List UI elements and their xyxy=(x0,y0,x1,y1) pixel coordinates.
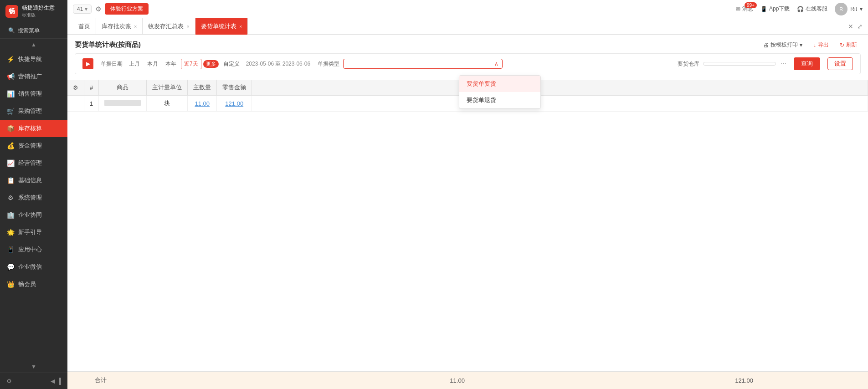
user-chevron-icon: ▾ xyxy=(860,6,863,12)
sidebar-item-guide[interactable]: 🌟 新手引导 xyxy=(0,224,67,241)
system-icon: ⚙ xyxy=(6,194,15,201)
sidebar-item-label: 基础信息 xyxy=(18,176,42,184)
logo-name: 畅捷通好生意 xyxy=(22,5,55,12)
sidebar-item-quick-nav[interactable]: ⚡ 快捷导航 xyxy=(0,51,67,68)
tab-receipt-summary[interactable]: 收发存汇总表 × xyxy=(143,18,195,35)
warehouse-filter: 要货仓库 ··· xyxy=(678,60,786,68)
sidebar-item-sales[interactable]: 📊 销售管理 xyxy=(0,85,67,102)
search-icon: 🔍 xyxy=(8,27,15,34)
cell-settings xyxy=(67,96,84,112)
print-chevron-icon: ▾ xyxy=(800,42,802,48)
cell-goods xyxy=(99,96,147,112)
store-selector[interactable]: 41 ▾ xyxy=(73,5,92,14)
sidebar-item-inventory[interactable]: 📦 库存核算 xyxy=(0,120,67,137)
sidebar-item-label: 经营管理 xyxy=(18,159,42,167)
cell-amount[interactable]: 121.00 xyxy=(217,96,252,112)
logo-sub: 标准版 xyxy=(22,12,55,18)
warehouse-input[interactable] xyxy=(703,62,776,66)
filter-row: ▶ 单据日期 上月 本月 本年 近7天 更多 自定义 2023-05-06 至 … xyxy=(75,53,861,74)
dropdown-item-order-goods[interactable]: 要货单要货 xyxy=(459,76,540,92)
online-service-btn[interactable]: 🎧 在线客服 xyxy=(797,5,827,13)
store-name: 41 xyxy=(77,6,83,12)
type-filter: 单据类型 ∧ 要货单要货 要货单退货 xyxy=(318,59,670,69)
tab-order-stats[interactable]: 要货单统计表 × xyxy=(195,18,248,35)
user-name: Rit xyxy=(850,6,857,12)
sidebar-item-label: 企业微信 xyxy=(18,263,42,271)
table-settings-col[interactable]: ⚙ xyxy=(67,80,84,96)
search-menu[interactable]: 🔍 搜索菜单 xyxy=(0,23,67,39)
sidebar-item-app-center[interactable]: 📱 应用中心 xyxy=(0,241,67,258)
message-btn[interactable]: ✉ 消息 99+ xyxy=(736,5,753,13)
type-input[interactable] xyxy=(347,61,494,67)
tab-home[interactable]: 首页 xyxy=(73,18,96,35)
sidebar-nav: ⚡ 快捷导航 📢 营销推广 📊 销售管理 🛒 采购管理 📦 库存核算 💰 资金管… xyxy=(0,51,67,361)
date-custom-btn[interactable]: 自定义 xyxy=(221,59,242,69)
sidebar-item-enterprise[interactable]: 🏢 企业协同 xyxy=(0,206,67,224)
sidebar-item-label: 企业协同 xyxy=(18,211,42,219)
sidebar-item-basic-info[interactable]: 📋 基础信息 xyxy=(0,172,67,189)
sidebar-item-label: 畅会员 xyxy=(18,280,36,288)
main-content: 41 ▾ ⚙ 体验行业方案 ✉ 消息 99+ 📱 App下载 🎧 在线客服 R xyxy=(67,0,868,389)
sidebar-item-wechat[interactable]: 💬 企业微信 xyxy=(0,258,67,276)
tab-close-receipt-summary[interactable]: × xyxy=(186,24,189,29)
col-amount: 零售金额 xyxy=(217,80,252,96)
warehouse-label: 要货仓库 xyxy=(678,60,699,68)
guide-icon: 🌟 xyxy=(6,229,15,236)
date-btn-this-month[interactable]: 本月 xyxy=(144,59,161,69)
search-label: 搜索菜单 xyxy=(18,27,40,35)
sidebar-item-finance[interactable]: 💰 资金管理 xyxy=(0,137,67,154)
window-buttons: ✕ ⤢ xyxy=(848,23,868,30)
sidebar-item-label: 库存核算 xyxy=(18,124,42,133)
filter-more-btn[interactable]: ··· xyxy=(781,60,786,68)
close-window-icon[interactable]: ✕ xyxy=(848,23,853,30)
print-icon: 🖨 xyxy=(763,42,769,48)
expand-window-icon[interactable]: ⤢ xyxy=(857,23,863,30)
cell-qty[interactable]: 11.00 xyxy=(188,96,217,112)
inventory-icon: 📦 xyxy=(6,125,15,132)
type-chevron-up-icon[interactable]: ∧ xyxy=(494,61,498,67)
date-label: 单据日期 xyxy=(101,60,123,68)
date-btn-this-year[interactable]: 本年 xyxy=(163,59,179,69)
industry-btn[interactable]: 体验行业方案 xyxy=(105,3,149,15)
page-actions: 🖨 按模板打印 ▾ ↓ 导出 ↻ 刷新 xyxy=(760,39,861,51)
footer-amount: 121.00 xyxy=(735,377,753,384)
sidebar-logo: 畅 畅捷通好生意 标准版 xyxy=(0,0,67,23)
print-btn[interactable]: 🖨 按模板打印 ▾ xyxy=(760,39,806,51)
sidebar-item-system[interactable]: ⚙ 系统管理 xyxy=(0,189,67,206)
sidebar-item-label: 快捷导航 xyxy=(18,55,42,63)
sidebar-item-operations[interactable]: 📈 经营管理 xyxy=(0,154,67,172)
cell-unit: 块 xyxy=(147,96,188,112)
date-btn-last-month[interactable]: 上月 xyxy=(126,59,143,69)
sidebar-item-label: 销售管理 xyxy=(18,90,42,98)
query-btn[interactable]: 查询 xyxy=(794,57,820,70)
dropdown-item-order-return[interactable]: 要货单退货 xyxy=(459,92,540,108)
tab-inventory-batch[interactable]: 库存批次账 × xyxy=(96,18,143,35)
app-download-label: App下载 xyxy=(769,5,790,13)
topbar-gear-icon[interactable]: ⚙ xyxy=(95,5,101,13)
user-info[interactable]: R Rit ▾ xyxy=(835,3,863,15)
topbar: 41 ▾ ⚙ 体验行业方案 ✉ 消息 99+ 📱 App下载 🎧 在线客服 R xyxy=(67,0,868,18)
type-input-wrapper[interactable]: ∧ xyxy=(343,59,503,69)
date-btn-7days[interactable]: 近7天 xyxy=(181,59,201,69)
dropdown-item-label: 要货单退货 xyxy=(467,97,496,103)
sidebar-scroll-down[interactable]: ▼ xyxy=(31,362,36,372)
settings-filter-btn[interactable]: 设置 xyxy=(827,57,853,70)
sidebar-item-purchase[interactable]: 🛒 采购管理 xyxy=(0,102,67,120)
collapse-icon[interactable]: ◀ ▐ xyxy=(51,378,61,384)
cell-no: 1 xyxy=(84,96,99,112)
tabs-bar: 首页 库存批次账 × 收发存汇总表 × 要货单统计表 × ✕ ⤢ xyxy=(67,18,868,35)
date-more-btn[interactable]: 更多 xyxy=(203,60,219,68)
app-download-btn[interactable]: 📱 App下载 xyxy=(760,5,790,13)
print-label: 按模板打印 xyxy=(770,41,798,49)
sidebar-item-vip[interactable]: 👑 畅会员 xyxy=(0,276,67,293)
basic-info-icon: 📋 xyxy=(6,177,15,184)
operations-icon: 📈 xyxy=(6,159,15,167)
tab-close-inventory-batch[interactable]: × xyxy=(134,24,137,29)
settings-icon[interactable]: ⚙ xyxy=(6,378,12,384)
tab-close-order-stats[interactable]: × xyxy=(239,24,242,29)
refresh-btn[interactable]: ↻ 刷新 xyxy=(836,39,861,51)
sidebar-scroll-up[interactable]: ▲ xyxy=(31,40,36,50)
export-btn[interactable]: ↓ 导出 xyxy=(810,39,832,51)
sidebar-item-marketing[interactable]: 📢 营销推广 xyxy=(0,68,67,85)
filter-expand-btn[interactable]: ▶ xyxy=(82,58,93,69)
